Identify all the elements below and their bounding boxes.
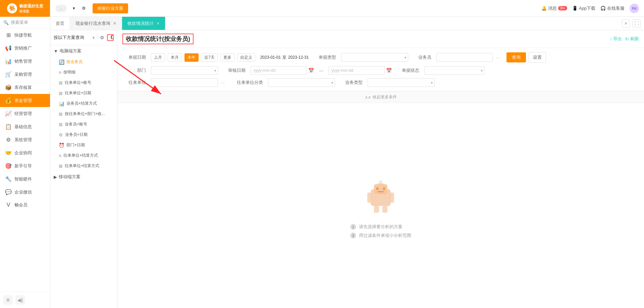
scheme-item-partner-date[interactable]: ⊠ 往来单位+日期 — [50, 88, 117, 98]
chevron-down-icon[interactable]: ▾ — [73, 6, 75, 11]
scheme-list: ▼ 电脑端方案 🔄 按业务员 ≡ 按明细 ⊠ 往来单位+账号 ⊠ 往来单 — [50, 45, 117, 308]
tab-maximize-btn[interactable]: ⛶ — [633, 19, 641, 28]
system-icon: ⚙ — [5, 137, 12, 143]
scheme-settings-btn[interactable]: ⚙ — [99, 34, 105, 41]
review-date-label: 审核日期 — [228, 67, 246, 73]
content-panel: 收款情况统计(按业务员) ↑ 导出 ↻ 刷新 单据日期 — [117, 30, 644, 308]
filter-row-1: 单据日期 上月 本月 本年 近7天 更多 自定义 2023-01-01 至 20… — [122, 52, 639, 63]
date-label: 单据日期 — [122, 54, 146, 60]
scheme-item-salesperson-account[interactable]: ⊠ 业务员+账号 — [50, 119, 117, 130]
doc-type-select[interactable] — [341, 53, 408, 62]
tab-close-all-btn[interactable]: ✕ — [622, 19, 630, 28]
sidebar-item-purchase[interactable]: 🛒 采购管理 — [0, 68, 50, 81]
sidebar-item-label: 畅会员 — [14, 202, 28, 208]
scheme-item-partner-settlement1[interactable]: ≡ 往来单位+结算方式 — [50, 150, 117, 161]
sidebar-item-vip[interactable]: V 畅会员 — [0, 199, 50, 211]
scheme-item-label: 部门+日期 — [66, 142, 85, 148]
home-label: 首页 — [56, 20, 64, 27]
scheme-add-btn[interactable]: + — [90, 34, 97, 41]
app-download-btn[interactable]: 📱 App下载 — [572, 5, 595, 11]
refresh-icon: ↻ — [625, 37, 629, 42]
collapse-bar[interactable]: ∧∧ 收起更多条件 — [117, 91, 644, 103]
sidebar-item-finance[interactable]: 💰 资金管理 — [0, 94, 50, 107]
scheme-item-detail[interactable]: ≡ 按明细 — [50, 67, 117, 78]
sidebar-item-sales[interactable]: 📊 销售管理 — [0, 55, 50, 68]
sidebar-item-inventory[interactable]: 📦 库存核算 — [0, 81, 50, 94]
scheme-mobile-group[interactable]: ▶ 移动端方案 — [50, 171, 117, 183]
partner-category-label: 往来单位分类 — [237, 80, 263, 86]
scheme-item-dept-date[interactable]: ⏰ 部门+日期 — [50, 140, 117, 150]
export-btn[interactable]: ↑ 导出 — [610, 36, 622, 42]
review-date-to-input[interactable] — [328, 66, 385, 75]
tab-home[interactable]: 首页 — [50, 17, 70, 30]
scheme-item-salesperson-settlement[interactable]: 📊 业务员+结算方式 — [50, 98, 117, 109]
date-btn-7days[interactable]: 近7天 — [201, 53, 218, 62]
refresh-btn[interactable]: ↻ 刷新 — [625, 36, 639, 42]
salesperson-ellipsis-btn[interactable]: ··· — [494, 55, 501, 60]
scheme-item-label: 按业务员 — [66, 59, 83, 65]
tab-collection[interactable]: 收款情况统计 ✕ — [122, 17, 165, 30]
date-btn-last-month[interactable]: 上月 — [151, 53, 165, 62]
online-support-btn[interactable]: 🎧 在线客服 — [600, 5, 625, 11]
doc-type-select-wrapper: ▾ — [341, 53, 408, 62]
scheme-header-actions: + ⚙ 《 — [90, 34, 114, 41]
sidebar-settings-btn[interactable]: ⚙ — [3, 295, 13, 305]
scheme-collapse-btn[interactable]: 《 — [107, 34, 114, 41]
notification-btn[interactable]: 🔔 消息 99+ — [541, 5, 567, 11]
tab-collection-close-icon[interactable]: ✕ — [156, 21, 160, 26]
scheme-item-partner-settlement2[interactable]: ⊠ 往来单位+结算方式 — [50, 161, 117, 171]
calendar-icon[interactable]: 📅 — [308, 68, 314, 73]
doc-status-select[interactable] — [424, 66, 485, 75]
sidebar-item-quicknav[interactable]: ⊞ 快捷导航 — [0, 29, 50, 42]
biz-type-select[interactable] — [368, 78, 435, 87]
tab-bank[interactable]: 现金银行流水查询 ✕ — [70, 17, 122, 30]
list-icon: ≡ — [59, 153, 61, 158]
date-btn-this-month[interactable]: 本月 — [168, 53, 182, 62]
doc-status-label: 单据状态 — [402, 67, 419, 73]
calendar-icon-end[interactable]: 📅 — [386, 68, 392, 73]
query-btn[interactable]: 查询 — [506, 52, 526, 62]
sidebar-item-hardware[interactable]: 🔧 智能硬件 — [0, 172, 50, 186]
table-icon: ⊠ — [59, 122, 63, 127]
sidebar-item-label: 销售管理 — [14, 58, 32, 64]
header-settings-icon[interactable]: ⚙ — [82, 6, 86, 11]
scheme-item-partner-dept[interactable]: ⊠ 按往来单位+部门+收... — [50, 109, 117, 119]
sidebar-item-enterprise[interactable]: 🤝 企业协同 — [0, 146, 50, 159]
sidebar-item-operations[interactable]: 📈 经营管理 — [0, 107, 50, 120]
scheme-desktop-group[interactable]: ▼ 电脑端方案 — [50, 45, 117, 57]
scheme-item-partner-account[interactable]: ⊠ 往来单位+账号 — [50, 78, 117, 88]
date-btn-this-year[interactable]: 本年 — [184, 53, 199, 62]
scheme-item-label: 业务员+结算方式 — [66, 101, 97, 106]
partner-category-select[interactable] — [268, 78, 335, 87]
sidebar-nav: ⊞ 快捷导航 📢 营销推广 📊 销售管理 🛒 采购管理 📦 库存核算 💰 资金管… — [0, 29, 50, 292]
sidebar-item-basic[interactable]: 📋 基础信息 — [0, 120, 50, 133]
doc-type-label: 单据类型 — [319, 54, 336, 60]
settings-btn[interactable]: 设置 — [529, 52, 546, 63]
empty-illustration — [359, 172, 402, 216]
user-avatar[interactable]: Rit — [630, 4, 639, 13]
sidebar-collapse-btn[interactable]: ◀‖ — [15, 295, 25, 305]
search-icon: 🔍 — [3, 20, 9, 25]
scheme-item-label: 按往来单位+部门+收... — [65, 111, 105, 117]
sidebar-item-marketing[interactable]: 📢 营销推广 — [0, 42, 50, 55]
review-date-from-input[interactable] — [251, 66, 307, 75]
scheme-item-salesperson[interactable]: 🔄 按业务员 — [50, 57, 117, 67]
partner-ellipsis-btn[interactable]: ··· — [219, 80, 227, 85]
trial-btn[interactable]: 体验行业方案 — [93, 3, 128, 13]
biz-type-select-wrapper: ▾ — [368, 78, 435, 87]
tab-bank-close-icon[interactable]: ✕ — [113, 21, 116, 26]
salesperson-input-wrapper: ··· — [436, 53, 501, 62]
dept-select[interactable] — [151, 66, 218, 75]
marketing-icon: 📢 — [5, 45, 12, 51]
search-menu[interactable]: 🔍 搜索菜单 — [0, 17, 50, 29]
sidebar-item-wechat[interactable]: 💬 企业微信 — [0, 186, 50, 199]
scheme-item-salesperson-date[interactable]: ⚙ 业务员+日期 — [50, 130, 117, 140]
salesperson-input[interactable] — [436, 53, 493, 62]
app-logo: 畅 畅捷通好生意 标准版 — [0, 0, 50, 17]
partner-input[interactable] — [151, 78, 218, 87]
sidebar-item-system[interactable]: ⚙ 系统管理 — [0, 133, 50, 146]
date-to: 2023-12-31 — [288, 55, 309, 60]
sidebar-item-guide[interactable]: 🎯 新手引导 — [0, 159, 50, 172]
date-btn-more[interactable]: 更多 — [220, 53, 234, 62]
date-btn-custom[interactable]: 自定义 — [237, 53, 255, 62]
